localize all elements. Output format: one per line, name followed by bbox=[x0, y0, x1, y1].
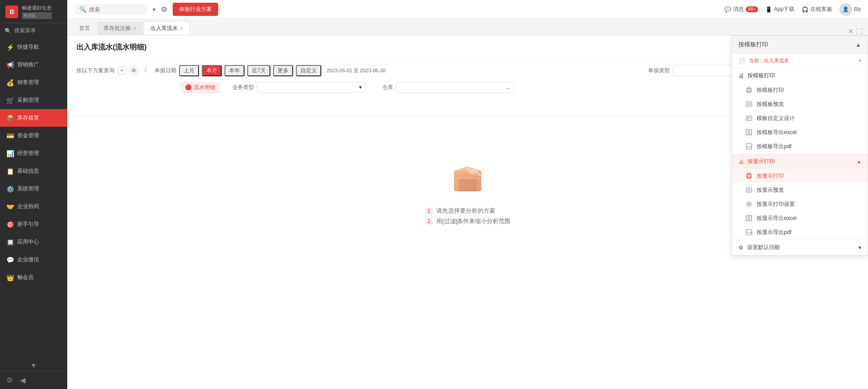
message-btn[interactable]: 💬 消息 99+ bbox=[724, 5, 758, 13]
collapse-icon[interactable]: ◀ bbox=[20, 376, 25, 384]
online-service-btn[interactable]: 🎧 在线客服 bbox=[802, 5, 832, 13]
message-icon: 💬 bbox=[724, 6, 731, 13]
close-window-icon[interactable]: ✕ bbox=[848, 28, 853, 35]
sidebar-item-inventory[interactable]: 📦 库存核算 bbox=[0, 109, 67, 127]
finance-icon: 💳 bbox=[6, 132, 14, 140]
date-this-year-btn[interactable]: 本年 bbox=[224, 65, 244, 76]
print-dropdown-collapse-icon[interactable]: ▲ bbox=[855, 41, 861, 48]
scroll-down-icon[interactable]: ▼ bbox=[30, 362, 37, 369]
basic-icon: 📋 bbox=[6, 168, 14, 175]
svg-point-26 bbox=[748, 203, 750, 205]
template-print-item[interactable]: 按模板打印 bbox=[732, 83, 868, 97]
template-export-excel-item[interactable]: 按模板导出excel bbox=[732, 125, 868, 140]
display-print-header[interactable]: 🖨 按显示打印 ▲ bbox=[732, 154, 868, 169]
quick-nav-icon: ⚡ bbox=[6, 44, 14, 51]
filter-settings-btn[interactable]: ⚙ bbox=[129, 66, 138, 75]
current-template-header[interactable]: 📄 当前：出入库流水 ▾ bbox=[732, 54, 868, 68]
date-custom-btn[interactable]: 自定义 bbox=[296, 65, 321, 76]
business-type-filter: 业务类型 ▾ bbox=[232, 82, 366, 93]
purchase-icon: 🛒 bbox=[6, 97, 14, 104]
template-preview-item[interactable]: 按模板预览 bbox=[732, 97, 868, 111]
sidebar-item-label: 系统管理 bbox=[17, 185, 39, 193]
search-icon: 🔍 bbox=[5, 28, 11, 34]
date-last-month-btn[interactable]: 上月 bbox=[179, 65, 199, 76]
template-export-pdf-label: 按模板导出pdf bbox=[757, 143, 792, 150]
sidebar-item-label: 经营管理 bbox=[17, 150, 39, 157]
sidebar-search-label: 搜索菜单 bbox=[14, 27, 36, 35]
date-this-month-btn[interactable]: 本月 bbox=[202, 65, 222, 76]
filter-left-collapse-btn[interactable]: 《 bbox=[141, 66, 147, 75]
tab-inventory-batch[interactable]: 库存批次账 × bbox=[97, 22, 143, 35]
sales-icon: 💰 bbox=[6, 79, 14, 86]
tab-inventory-flow[interactable]: 出入库流水 × bbox=[144, 21, 190, 35]
message-badge: 99+ bbox=[746, 6, 758, 12]
sidebar-item-member[interactable]: 👑 畅会员 bbox=[0, 269, 67, 286]
display-print-item[interactable]: 按显示打印 bbox=[732, 169, 868, 183]
sidebar-search[interactable]: 🔍 搜索菜单 bbox=[0, 23, 67, 38]
sidebar-item-wechat[interactable]: 💬 企业微信 bbox=[0, 251, 67, 269]
display-export-pdf-item[interactable]: PDF 按显示导出pdf bbox=[732, 225, 868, 239]
sidebar-item-quick-nav[interactable]: ⚡ 快捷导航 bbox=[0, 38, 67, 56]
business-type-select[interactable]: ▾ bbox=[257, 82, 366, 93]
sidebar-item-purchase[interactable]: 🛒 采购管理 bbox=[0, 91, 67, 109]
sidebar-item-operations[interactable]: 📊 经营管理 bbox=[0, 145, 67, 162]
sidebar-item-label: 企业微信 bbox=[17, 256, 39, 264]
sidebar-item-finance[interactable]: 💳 资金管理 bbox=[0, 127, 67, 145]
template-print-section-label: 按模板打印 bbox=[748, 72, 775, 80]
headset-icon: 🎧 bbox=[802, 6, 808, 13]
display-preview-item[interactable]: 按显示预览 bbox=[732, 183, 868, 197]
sidebar-item-label: 企业协同 bbox=[17, 203, 39, 210]
header-settings-icon[interactable]: ⚙ bbox=[161, 5, 167, 14]
sidebar-item-basic[interactable]: 📋 基础信息 bbox=[0, 162, 67, 180]
current-template-icon: 📄 bbox=[738, 58, 745, 64]
date-more-btn[interactable]: 更多 bbox=[273, 65, 293, 76]
display-print-section-label: 按显示打印 bbox=[748, 158, 775, 165]
header-dropdown[interactable]: ▾ bbox=[153, 6, 155, 13]
print-dropdown-header: 按模板打印 ▲ bbox=[732, 36, 868, 54]
maximize-window-icon[interactable]: ⛶ bbox=[856, 28, 863, 35]
warehouse-select[interactable]: ... bbox=[396, 82, 514, 93]
tab-home[interactable]: 首页 bbox=[73, 22, 96, 35]
display-export-excel-item[interactable]: 按显示导出excel bbox=[732, 211, 868, 225]
sidebar-item-cooperation[interactable]: 🤝 企业协同 bbox=[0, 198, 67, 215]
sidebar-item-label: 畅会员 bbox=[17, 274, 34, 281]
user-profile[interactable]: 👤 Rit bbox=[839, 3, 861, 16]
logo-text: 畅捷通好生意 bbox=[22, 5, 52, 11]
trial-btn[interactable]: 体验行业方案 bbox=[173, 3, 218, 16]
sidebar-item-label: 快捷导航 bbox=[17, 43, 39, 51]
display-preview-label: 按显示预览 bbox=[757, 186, 784, 194]
sidebar-item-apps[interactable]: 🔲 应用中心 bbox=[0, 233, 67, 251]
template-customize-item[interactable]: 模板自定义设计 bbox=[732, 111, 868, 125]
sidebar-bottom: ⚙ ◀ bbox=[0, 371, 67, 389]
empty-icon bbox=[445, 153, 490, 198]
scroll-down-btn[interactable]: ▼ bbox=[0, 360, 67, 371]
sidebar: B 畅捷通好生意 标准版 🔍 搜索菜单 ⚡ 快捷导航 📢 营销推广 💰 销售管理 bbox=[0, 0, 67, 389]
sidebar-item-sales[interactable]: 💰 销售管理 bbox=[0, 74, 67, 91]
sidebar-item-guide[interactable]: 🎯 新手引导 bbox=[0, 215, 67, 233]
tab-inventory-batch-close[interactable]: × bbox=[134, 26, 136, 31]
flow-type-label: 流水明细 bbox=[194, 84, 215, 91]
date-7days-btn[interactable]: 近7天 bbox=[247, 65, 270, 76]
display-print-settings-item[interactable]: 按显示打印设置 bbox=[732, 197, 868, 211]
header-search-input[interactable] bbox=[89, 6, 139, 13]
sidebar-item-system[interactable]: ⚙️ 系统管理 bbox=[0, 180, 67, 198]
display-print-icon bbox=[746, 173, 753, 180]
svg-text:PDF: PDF bbox=[747, 145, 753, 148]
step-1-num: 1 bbox=[425, 207, 433, 215]
template-print-header[interactable]: 🖨 按模板打印 bbox=[732, 68, 868, 83]
filter-add-btn[interactable]: + bbox=[117, 66, 126, 75]
tab-inventory-flow-close[interactable]: × bbox=[180, 26, 183, 31]
header-search-box[interactable]: 🔍 bbox=[75, 4, 147, 15]
svg-point-24 bbox=[748, 189, 750, 191]
sidebar-item-label: 采购管理 bbox=[17, 96, 39, 104]
warehouse-more-icon[interactable]: ... bbox=[505, 84, 510, 90]
default-settings-icon: ⚙ bbox=[738, 244, 743, 251]
filter-tag-icon: 🔴 bbox=[185, 84, 192, 90]
template-export-pdf-item[interactable]: PDF 按模板导出pdf bbox=[732, 140, 868, 154]
settings-icon[interactable]: ⚙ bbox=[6, 376, 13, 384]
sidebar-item-label: 营销推广 bbox=[17, 61, 39, 69]
app-download-btn[interactable]: 📱 App下载 bbox=[765, 5, 794, 13]
doc-type-label: 单据类型 bbox=[648, 67, 670, 75]
default-settings-item[interactable]: ⚙ 设置默认功能 ▾ bbox=[732, 240, 868, 255]
sidebar-item-marketing[interactable]: 📢 营销推广 bbox=[0, 56, 67, 74]
